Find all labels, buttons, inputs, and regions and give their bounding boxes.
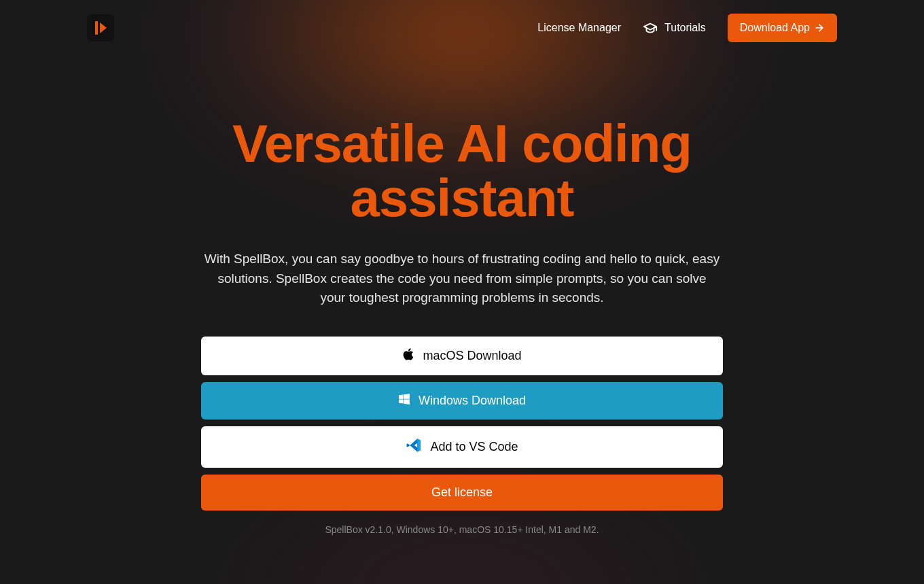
- download-buttons: macOS Download Windows Download Add to V…: [201, 337, 723, 511]
- nav-tutorials[interactable]: Tutorials: [643, 20, 706, 35]
- hero-title: Versatile AI coding assistant: [201, 117, 723, 225]
- get-license-label: Get license: [431, 485, 493, 500]
- get-license-button[interactable]: Get license: [201, 475, 723, 511]
- header: License Manager Tutorials Download App: [0, 0, 924, 56]
- arrow-right-icon: [814, 22, 825, 33]
- windows-icon: [398, 393, 410, 409]
- hero-subtitle: With SpellBox, you can say goodbye to ho…: [204, 250, 720, 308]
- version-info: SpellBox v2.1.0, Windows 10+, macOS 10.1…: [201, 524, 723, 535]
- apple-icon: [402, 347, 414, 364]
- nav-license-manager[interactable]: License Manager: [537, 22, 621, 34]
- graduation-cap-icon: [643, 20, 658, 35]
- logo-icon: [95, 21, 107, 35]
- download-app-button[interactable]: Download App: [728, 14, 837, 42]
- vscode-button[interactable]: Add to VS Code: [201, 426, 723, 468]
- windows-download-label: Windows Download: [419, 394, 526, 408]
- nav-tutorials-label: Tutorials: [664, 22, 706, 34]
- hero-section: Versatile AI coding assistant With Spell…: [201, 56, 723, 535]
- vscode-icon: [406, 437, 422, 457]
- macos-download-label: macOS Download: [423, 349, 521, 363]
- download-app-label: Download App: [740, 22, 810, 34]
- logo[interactable]: [87, 14, 114, 41]
- nav: License Manager Tutorials Download App: [537, 14, 837, 42]
- macos-download-button[interactable]: macOS Download: [201, 337, 723, 375]
- windows-download-button[interactable]: Windows Download: [201, 382, 723, 419]
- vscode-label: Add to VS Code: [430, 440, 518, 454]
